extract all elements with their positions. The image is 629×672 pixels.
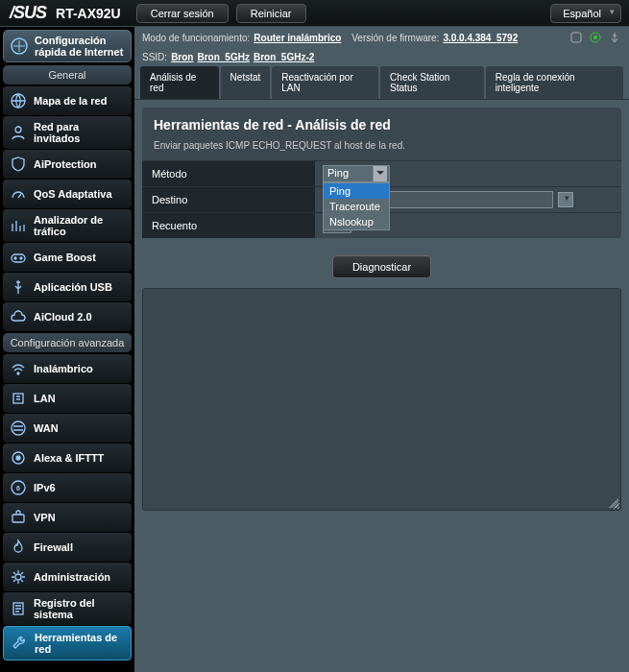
ipv6-icon: 6	[9, 478, 28, 497]
svg-point-4	[14, 257, 16, 259]
sidebar-item-label: Alexa & IFTTT	[34, 452, 104, 464]
sidebar-item-label: LAN	[34, 393, 56, 404]
wifi-icon	[9, 359, 28, 378]
sidebar-item-label: Aplicación USB	[34, 281, 112, 293]
ssid-1[interactable]: Bron	[171, 52, 193, 62]
tabs: Análisis de redNetstatReactivación por L…	[134, 66, 629, 100]
brand-logo: /SUS	[0, 3, 56, 23]
sidebar-item-admin[interactable]: Administración	[3, 563, 132, 591]
tab[interactable]: Regla de conexión inteligente	[486, 66, 623, 99]
traffic-icon	[9, 216, 28, 235]
sidebar-item-wan[interactable]: WAN	[3, 414, 132, 443]
sidebar-item-cloud[interactable]: AiCloud 2.0	[3, 302, 132, 331]
sidebar-item-label: Inalámbrico	[34, 363, 93, 374]
diagnose-button[interactable]: Diagnosticar	[332, 255, 431, 278]
content: Modo de funcionamiento: Router inalámbri…	[134, 27, 629, 672]
sidebar-item-vpn[interactable]: VPN	[3, 503, 132, 532]
sidebar: Configuración rápida de Internet General…	[0, 27, 134, 672]
ssid-label: SSID:	[142, 52, 167, 62]
method-option[interactable]: Traceroute	[324, 199, 389, 214]
fire-icon	[9, 538, 28, 557]
general-header: General	[3, 65, 132, 84]
tab[interactable]: Check Station Status	[380, 66, 484, 99]
lan-icon	[9, 389, 28, 408]
sidebar-item-speed[interactable]: QoS Adaptativa	[3, 180, 132, 208]
svg-rect-16	[571, 33, 581, 42]
globe-icon	[9, 91, 28, 110]
reboot-button[interactable]: Reiniciar	[236, 4, 306, 23]
advanced-header: Configuración avanzada	[3, 333, 132, 352]
sidebar-item-label: AiProtection	[34, 158, 96, 170]
chevron-down-icon	[376, 171, 384, 175]
ssid-bar: SSID: Bron Bron_5GHz Bron_5GHz-2	[134, 48, 629, 66]
sidebar-item-label: Registro del sistema	[34, 597, 126, 620]
sidebar-item-label: AiCloud 2.0	[34, 311, 92, 323]
svg-point-8	[12, 421, 25, 435]
sidebar-item-label: Game Boost	[34, 252, 96, 263]
svg-rect-3	[12, 254, 25, 262]
shield-icon	[9, 155, 28, 174]
sidebar-item-usb[interactable]: Aplicación USB	[3, 273, 132, 301]
sidebar-item-label: Red para invitados	[34, 121, 126, 144]
fw-value[interactable]: 3.0.0.4.384_5792	[443, 33, 518, 43]
sidebar-item-log[interactable]: Registro del sistema	[3, 592, 132, 625]
app-icon[interactable]	[569, 31, 583, 44]
model-name: RT-AX92U	[56, 6, 121, 21]
speed-icon	[9, 184, 28, 204]
mode-label: Modo de funcionamiento:	[142, 33, 250, 43]
quick-setup-button[interactable]: Configuración rápida de Internet	[3, 30, 132, 62]
sidebar-item-traffic[interactable]: Analizador de tráfico	[3, 209, 132, 242]
tab[interactable]: Netstat	[221, 66, 271, 99]
sidebar-item-game[interactable]: Game Boost	[3, 243, 132, 272]
sidebar-item-shield[interactable]: AiProtection	[3, 150, 132, 179]
usb-icon[interactable]	[608, 31, 621, 44]
language-select[interactable]: Español	[550, 4, 621, 23]
wan-icon	[9, 419, 28, 438]
ssid-3[interactable]: Bron_5GHz-2	[254, 52, 314, 62]
tab[interactable]: Reactivación por LAN	[272, 66, 378, 99]
method-select[interactable]: Ping	[323, 165, 390, 182]
panel: Herramientas de red - Análisis de red En…	[142, 108, 621, 238]
panel-title: Herramientas de red - Análisis de red	[142, 108, 621, 136]
svg-point-6	[17, 372, 19, 374]
method-label: Método	[142, 161, 315, 186]
sidebar-item-label: IPv6	[34, 482, 56, 493]
sidebar-item-label: Herramientas de red	[35, 632, 125, 655]
svg-point-5	[20, 257, 22, 259]
svg-rect-13	[12, 515, 24, 522]
sidebar-item-alexa[interactable]: Alexa & IFTTT	[3, 444, 132, 472]
mode-value[interactable]: Router inalámbrico	[254, 33, 341, 43]
svg-point-18	[593, 36, 597, 39]
quick-setup-icon	[10, 36, 29, 56]
sidebar-item-label: WAN	[34, 422, 59, 434]
sidebar-item-ipv6[interactable]: 6IPv6	[3, 473, 132, 502]
sidebar-item-globe[interactable]: Mapa de la red	[3, 86, 132, 115]
sidebar-item-guest[interactable]: Red para invitados	[3, 116, 132, 149]
tab[interactable]: Análisis de red	[140, 66, 219, 99]
sidebar-item-label: QoS Adaptativa	[34, 188, 112, 200]
sidebar-item-wifi[interactable]: Inalámbrico	[3, 354, 132, 383]
method-option[interactable]: Nslookup	[324, 214, 389, 229]
sidebar-item-lan[interactable]: LAN	[3, 384, 132, 413]
sidebar-item-label: Administración	[34, 571, 110, 583]
target-dropdown-button[interactable]	[558, 192, 573, 207]
aimesh-icon[interactable]	[589, 31, 602, 44]
ssid-2[interactable]: Bron_5GHz	[197, 52, 249, 62]
sidebar-item-tools[interactable]: Herramientas de red	[3, 626, 132, 660]
logout-button[interactable]: Cerrar sesión	[136, 4, 229, 23]
quick-setup-label: Configuración rápida de Internet	[35, 35, 125, 58]
tools-icon	[10, 634, 29, 653]
method-option[interactable]: Ping	[324, 183, 389, 199]
vpn-icon	[9, 508, 28, 527]
panel-desc: Enviar paquetes ICMP ECHO_REQUEST al hos…	[142, 136, 621, 161]
svg-point-14	[15, 574, 21, 580]
info-bar: Modo de funcionamiento: Router inalámbri…	[134, 27, 629, 48]
sidebar-item-label: Analizador de tráfico	[34, 214, 126, 237]
result-textarea[interactable]	[142, 288, 621, 511]
method-row: Método Ping PingTracerouteNslookup	[142, 161, 621, 187]
fw-label: Versión de firmware:	[351, 33, 439, 43]
method-value: Ping	[327, 167, 349, 179]
target-label: Destino	[142, 187, 315, 212]
svg-point-10	[16, 456, 20, 460]
sidebar-item-fire[interactable]: Firewall	[3, 533, 132, 562]
